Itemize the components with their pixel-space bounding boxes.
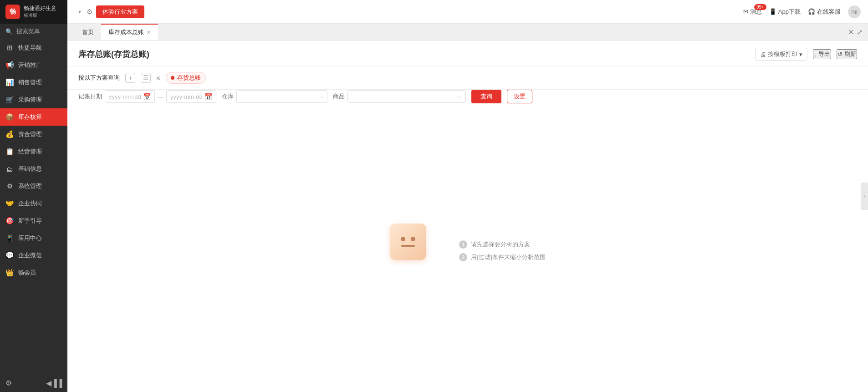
filter-scheme-item[interactable]: 存货总账 [166,72,206,84]
tab-inventory-cost-label: 库存成本总账 [108,28,144,36]
export-icon: ↓ [814,51,817,58]
tab-expand-btn[interactable]: ⤢ [857,28,863,36]
topbar-user[interactable]: Rit [848,5,861,18]
date-start-placeholder: yyyy-mm-dd [109,93,141,100]
refresh-label: 刷新 [844,50,856,58]
topbar-message-btn[interactable]: ✉ 消息 99+ [743,8,762,16]
speaker-bottom-icon[interactable]: ◀▐▐ [46,379,62,387]
sidebar-logo: 畅 畅捷通好生意 标准版 [0,0,67,24]
sidebar-label-sales: 销售管理 [18,78,42,87]
robot-mouth [401,245,415,247]
print-icon: 🖨 [760,51,766,58]
topbar: ▾ ⚙ 体验行业方案 ✉ 消息 99+ 📱 App下载 🎧 在线客服 Rit [67,0,868,24]
date-separator: — [158,93,163,100]
filter-add-btn[interactable]: + [125,73,135,83]
filter-collapse-btn[interactable]: « [156,74,160,82]
sidebar-label-inventory: 库存核算 [18,113,42,121]
robot-eye-left [401,237,405,241]
sidebar-icon-app-center: 📱 [5,234,14,242]
sidebar: 畅 畅捷通好生意 标准版 🔍 搜索菜单 ⊞ 快捷导航 📢 营销推广 📊 销售管理… [0,0,67,392]
tabbar-right-actions: ✕ ⤢ [848,28,863,36]
sidebar-item-purchase[interactable]: 🛒 采购管理 [0,91,67,108]
service-label: 在线客服 [817,8,841,16]
sidebar-item-wechat[interactable]: 💬 企业微信 [0,247,67,264]
sidebar-icon-sales: 📊 [5,78,14,87]
sidebar-label-finance: 资金管理 [18,130,42,138]
sidebar-label-quick-nav: 快捷导航 [18,44,42,52]
warehouse-more-icon[interactable]: ··· [318,93,323,100]
calendar-end-icon[interactable]: 📅 [204,93,212,100]
print-btn[interactable]: 🖨 按模板打印 ▾ [755,48,807,61]
sidebar-item-finance[interactable]: 💰 资金管理 [0,126,67,143]
calendar-start-icon[interactable]: 📅 [143,93,151,100]
industry-btn[interactable]: 体验行业方案 [96,5,144,18]
sidebar-label-member: 畅会员 [18,269,36,277]
sidebar-item-system[interactable]: ⚙ 系统管理 [0,178,67,195]
sidebar-label-operations: 经营管理 [18,148,42,156]
settings-btn[interactable]: 设置 [507,90,532,103]
topbar-app-btn[interactable]: 📱 App下载 [769,8,801,16]
goods-input[interactable]: ··· [347,90,466,103]
filter-bar-label: 按以下方案查询 [78,74,120,82]
empty-robot-icon [390,224,426,260]
sidebar-item-app-center[interactable]: 📱 应用中心 [0,229,67,247]
service-icon: 🎧 [808,8,815,15]
tab-home[interactable]: 首页 [75,24,101,40]
sidebar-item-basic-info[interactable]: 🗂 基础信息 [0,160,67,178]
tab-close-icon[interactable]: ✕ [147,30,151,36]
filter-bar: 按以下方案查询 + ☰ « 存货总账 [67,66,868,90]
goods-more-icon[interactable]: ··· [456,93,462,100]
logo-text-line1: 畅捷通好生意 [24,5,56,12]
sidebar-search[interactable]: 🔍 搜索菜单 [0,24,67,39]
sidebar-item-sales[interactable]: 📊 销售管理 [0,74,67,91]
topbar-left: ▾ ⚙ 体验行业方案 [75,5,738,18]
date-field-label: 记账日期 [78,92,102,101]
date-end-input[interactable]: yyyy-mm-dd 📅 [166,90,216,103]
sidebar-icon-basic-info: 🗂 [5,165,14,173]
sidebar-item-marketing[interactable]: 📢 营销推广 [0,56,67,74]
sidebar-item-beginner[interactable]: 🎯 新手引导 [0,212,67,229]
sidebar-label-beginner: 新手引导 [18,217,42,225]
print-chevron: ▾ [799,51,802,58]
user-avatar: Rit [848,5,861,18]
sidebar-item-inventory[interactable]: 📦 库存核算 [0,108,67,126]
refresh-btn[interactable]: ↺ 刷新 [837,49,857,59]
warehouse-field-label: 仓库 [222,92,234,101]
filter-group-goods: 商品 ··· [333,90,466,103]
export-btn[interactable]: ↓ 导出 [813,49,832,59]
app-icon: 📱 [769,8,776,15]
sidebar-label-system: 系统管理 [18,182,42,190]
page-actions: 🖨 按模板打印 ▾ ↓ 导出 ↺ 刷新 [755,48,858,61]
sidebar-icon-inventory: 📦 [5,113,14,121]
query-btn[interactable]: 查询 [471,90,501,103]
page-title-row: 库存总账(存货总账) 🖨 按模板打印 ▾ ↓ 导出 ↺ 刷新 [78,48,857,66]
topbar-service-btn[interactable]: 🎧 在线客服 [808,8,841,16]
sidebar-icon-finance: 💰 [5,130,14,138]
date-end-placeholder: yyyy-mm-dd [170,93,203,100]
main-content: ▾ ⚙ 体验行业方案 ✉ 消息 99+ 📱 App下载 🎧 在线客服 Rit [67,0,868,392]
tab-inventory-cost[interactable]: 库存成本总账 ✕ [101,24,158,40]
app-label: App下载 [778,8,801,16]
warehouse-input[interactable]: ··· [236,90,327,103]
sidebar-item-member[interactable]: 👑 畅会员 [0,264,67,281]
refresh-icon: ↺ [837,51,842,58]
tab-close-panel-btn[interactable]: ✕ [848,28,854,36]
print-label: 按模板打印 [768,50,797,58]
date-start-input[interactable]: yyyy-mm-dd 📅 [105,90,155,103]
right-panel-toggle[interactable]: › [861,183,868,210]
filter-schema-btn[interactable]: ☰ [141,73,151,83]
sidebar-bottom: ⚙ ◀▐▐ [0,374,67,392]
sidebar-item-operations[interactable]: 📋 经营管理 [0,143,67,160]
settings-bottom-icon[interactable]: ⚙ [5,379,12,387]
empty-tip-1: 1 请先选择要分析的方案 [459,240,545,249]
message-badge: 99+ [754,4,766,10]
topbar-gear-icon[interactable]: ⚙ [87,8,92,16]
export-label: 导出 [818,50,830,58]
topbar-chevron-icon[interactable]: ▾ [78,9,81,15]
empty-content: 1 请先选择要分析的方案 2 用[过滤]条件来缩小分析范围 [390,224,545,278]
scheme-dot-icon [171,76,174,80]
sidebar-item-cooperation[interactable]: 🤝 企业协同 [0,195,67,212]
sidebar-item-quick-nav[interactable]: ⊞ 快捷导航 [0,39,67,56]
sidebar-label-marketing: 营销推广 [18,61,42,69]
robot-eye-right [411,237,415,241]
